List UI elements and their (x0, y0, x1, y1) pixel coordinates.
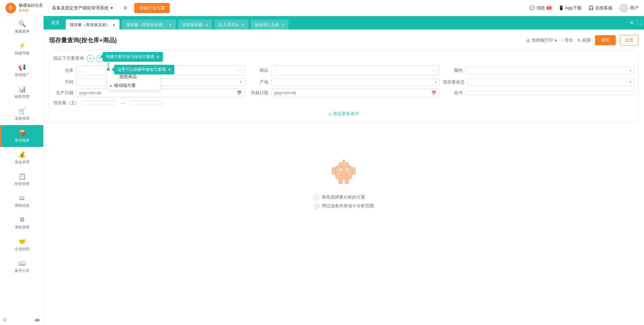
tip-num-1: 1 (314, 194, 320, 200)
search-icon: 🔍 (18, 20, 26, 28)
goods-field: 商品 ··· ··· (248, 65, 440, 75)
top-right-area: 💬 消息 9 📱 App下载 🎧 在线客服 用户 (530, 3, 639, 13)
tab-bar: 首页 现存量（库存状况表） ✕ 现存量（库存分布表） ✕ 库存批次账 ✕ 出入库… (44, 16, 644, 30)
tab-inout-flow[interactable]: 出入库流水 ✕ (215, 19, 248, 30)
production-date-text-input[interactable] (79, 91, 237, 95)
sidebar: 🔍 搜索菜单 ⚡ 快捷导航 📢 营销推广 📊 销售管理 🛒 采购管理 📦 (0, 16, 44, 325)
sidebar-item-basicinfo[interactable]: 🗂 基础信息 (0, 191, 43, 212)
speaker-icon: 📢 (18, 64, 26, 71)
query-button[interactable]: 查询 (595, 35, 616, 45)
tooltip1-close-icon[interactable]: ✕ (156, 55, 160, 59)
empty-tip-2: 2 用过滤条件来缩小分析范围 (314, 202, 374, 210)
print-label: 按模板打印 (532, 37, 553, 43)
svg-rect-1 (339, 162, 349, 167)
online-service-button[interactable]: 🎧 在线客服 (588, 5, 612, 11)
collapse-button[interactable]: ∧ 收起更多条件 (53, 109, 634, 119)
stock-main-label: 现存量（主） (53, 100, 79, 106)
collapse-sidebar-icon[interactable]: ◀▶ (34, 317, 41, 322)
message-button[interactable]: 💬 消息 9 (530, 5, 552, 11)
color-input[interactable]: ▾ (466, 67, 634, 74)
tab-close-icon[interactable]: ✕ (205, 23, 208, 27)
page-content: 现存量查询(按仓库+商品) 🖨 按模板打印 ▾ ↑ 导出 ↻ (44, 30, 644, 325)
expiry-date-field: 失效日期 📅 (248, 89, 440, 97)
sidebar-item-label: 快捷导航 (15, 51, 30, 56)
goods-input[interactable]: ··· ··· (271, 65, 440, 75)
tab-close-icon[interactable]: ✕ (113, 23, 115, 27)
tab-close-all-icon[interactable]: ✕ (630, 20, 634, 25)
expiry-date-input[interactable]: 📅 (271, 89, 440, 97)
sidebar-item-system[interactable]: ⚙ 系统管理 (0, 212, 43, 234)
sidebar-item-inventory[interactable]: 📦 库存核算 (0, 125, 43, 147)
tab-close-icon[interactable]: ✕ (169, 23, 172, 27)
stock-status-input[interactable]: ▾ (467, 78, 634, 86)
sidebar-item-search[interactable]: 🔍 搜索菜单 (0, 16, 43, 38)
batch-input[interactable] (466, 91, 634, 95)
phone-icon: 📱 (558, 5, 564, 10)
user-area[interactable]: 用户 (619, 3, 639, 13)
add-scheme-button[interactable]: + (87, 55, 94, 62)
sidebar-item-sales[interactable]: 📊 销售管理 (0, 82, 43, 103)
settings-button[interactable]: 设置 (620, 35, 639, 46)
settings-icon[interactable]: ⚙ (121, 3, 130, 13)
sidebar-item-cooperation[interactable]: 🤝 企业协同 (0, 234, 43, 256)
sidebar-item-purchase[interactable]: 🛒 采购管理 (0, 103, 43, 125)
chart-icon: 📊 (18, 86, 26, 93)
print-icon: 🖨 (526, 38, 530, 43)
tab-summary[interactable]: 收发存汇总表 ✕ (251, 19, 288, 30)
main-area: 🔍 搜索菜单 ⚡ 快捷导航 📢 营销推广 📊 销售管理 🛒 采购管理 📦 (0, 16, 644, 325)
sidebar-item-operation[interactable]: 📋 经营管理 (0, 169, 43, 191)
folder-icon: 🗂 (19, 195, 25, 202)
origin-label: 产地 (248, 79, 268, 85)
tab-close-icon[interactable]: ✕ (282, 23, 284, 27)
book-icon: 📖 (18, 260, 26, 267)
sidebar-item-finance[interactable]: 💰 资金管理 (0, 147, 43, 169)
svg-rect-10 (339, 179, 343, 184)
message-label: 消息 (536, 5, 545, 11)
goods-label: 商品 (248, 67, 268, 73)
tooltip2-wrapper: 这里可以创建和修改方案哦 ✕ (114, 65, 174, 74)
collapse-label: 收起更多条件 (333, 111, 359, 117)
tab-inventory-dist[interactable]: 现存量（库存分布表） ✕ (122, 19, 176, 30)
tab-close-icon[interactable]: ✕ (241, 23, 244, 27)
empty-illustration (327, 154, 361, 187)
collapse-area: ∧ 收起更多条件 (53, 109, 634, 119)
warehouse-more-icon[interactable]: ··· (237, 67, 241, 73)
tip-num-2: 2 (314, 203, 320, 209)
tooltip-create-scheme: 这里可以创建和修改方案哦 ✕ (114, 65, 174, 74)
online-service-label: 在线客服 (595, 5, 612, 11)
svg-rect-9 (352, 167, 356, 175)
stock-main-input-from[interactable] (82, 101, 116, 105)
refresh-button[interactable]: ↻ 刷新 (577, 37, 591, 43)
sidebar-item-guide[interactable]: 📖 新手引导 (0, 256, 43, 277)
tab-fullscreen-icon[interactable]: ⛶ (637, 20, 641, 25)
tab-home[interactable]: 首页 (46, 16, 64, 30)
settings-bottom-icon[interactable]: ⚙ (3, 317, 7, 322)
trial-button[interactable]: 体验行业方案 (134, 3, 170, 13)
tooltip2-close-icon[interactable]: ✕ (168, 67, 171, 72)
system-name-selector[interactable]: 装备及固定资产辅助管理系统 ▾ (48, 3, 117, 13)
svg-rect-8 (332, 167, 335, 175)
stock-main-input-to[interactable] (129, 101, 163, 105)
logo-text-area: 畅通诶好生意 标准版 (19, 3, 43, 13)
goods-dots: ··· (274, 67, 278, 73)
filter-row-4: 现存量（主） — (53, 100, 634, 106)
chevron-up-icon: ∧ (328, 111, 332, 116)
sidebar-item-label: 采购管理 (15, 116, 30, 121)
goods-more-icon[interactable]: ··· (432, 67, 436, 73)
sidebar-item-quicknav[interactable]: ⚡ 快捷导航 (0, 38, 43, 60)
svg-point-7 (346, 169, 348, 170)
origin-input[interactable]: ▾ (271, 78, 440, 86)
app-download-button[interactable]: 📱 App下载 (558, 5, 582, 11)
warehouse-label: 仓库 (53, 67, 73, 73)
export-button[interactable]: ↑ 导出 (561, 37, 574, 43)
logo-icon: 6 (5, 3, 16, 13)
print-button[interactable]: 🖨 按模板打印 ▾ (526, 37, 557, 43)
tab-batch-account[interactable]: 库存批次账 ✕ (178, 19, 212, 30)
production-date-input[interactable]: 📅 (76, 89, 245, 97)
logo-area: 6 畅通诶好生意 标准版 (5, 3, 43, 13)
expiry-date-text-input[interactable] (274, 91, 432, 95)
tab-inventory-status[interactable]: 现存量（库存状况表） ✕ (66, 19, 119, 30)
sidebar-item-marketing[interactable]: 📢 营销推广 (0, 60, 43, 82)
size-dropdown-icon: ▾ (240, 80, 242, 84)
tooltip1-text: 电脑方案可设为移动方案哦 (106, 54, 154, 60)
